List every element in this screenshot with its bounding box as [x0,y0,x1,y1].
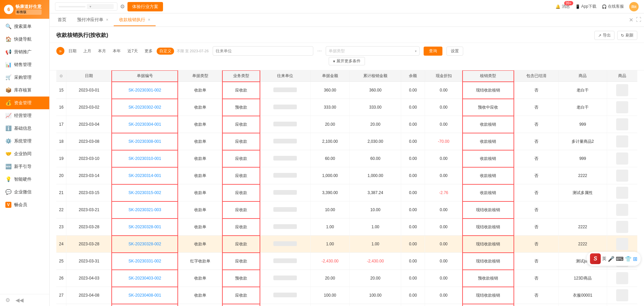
filter-expand-btn[interactable]: » [56,47,64,55]
bill-no-link[interactable]: SK-20230314-001 [128,173,161,178]
float-grid-icon[interactable]: ⊞ [633,256,637,262]
bill-no-link[interactable]: SK-20230310-001 [128,156,161,161]
sidebar-logo: 6 畅康道好生意 标推版 [0,0,49,19]
sidebar-item-purchase[interactable]: 🛒 采购管理 [0,71,49,84]
row-bill-no[interactable]: SK-20230304-001 [112,116,178,133]
wechat-icon: 💬 [5,189,11,195]
row-bill-no[interactable]: SK-20230418-001 [112,304,178,306]
chevron-down-icon: ▾ [333,59,335,64]
collapse-icon[interactable]: ◀◀ [15,297,23,303]
row-biz-type: 应收款 [222,116,260,133]
refresh-btn[interactable]: ↻ 刷新 [617,31,637,40]
close-all-icon[interactable]: ✕ [629,17,633,23]
row-bill-no[interactable]: SK-20230302-002 [112,99,178,116]
row-balance: 0.00 [401,270,425,287]
row-product2 [607,133,637,150]
messages-btn[interactable]: 🔔 消息 99+ [555,4,570,9]
bill-no-link[interactable]: SK-20230328-002 [128,242,161,246]
sidebar-item-shortcut[interactable]: 🏠 快捷导航 [0,33,49,46]
sidebar-item-basic[interactable]: ℹ️ 基础信息 [0,122,49,135]
bill-no-link[interactable]: SK-20230302-002 [128,105,161,110]
app-download-label: App下载 [581,4,596,9]
float-shirt-icon[interactable]: 👕 [625,256,632,262]
row-discount: -70.00 [425,133,463,150]
sidebar-item-operations[interactable]: 📈 经营管理 [0,109,49,122]
sidebar-item-inventory[interactable]: 📦 库存核算 [0,84,49,97]
row-bill-type: 收款单 [178,184,222,201]
col-settings[interactable]: ⚙ [56,70,66,82]
app-download-btn[interactable]: 📱 App下载 [575,4,596,9]
bill-no-link[interactable]: SK-20230321-003 [128,207,161,212]
tab-prepay[interactable]: 预付冲应付单 × [72,14,114,26]
tab-home[interactable]: 首页 [52,14,72,26]
query-btn[interactable]: 查询 [424,47,442,56]
export-btn[interactable]: ↗ 导出 [594,31,614,40]
account-selector[interactable]: ▾ [55,2,117,11]
row-bill-no[interactable]: SK-20230331-002 [112,253,178,270]
row-partner [260,253,310,270]
row-discount: 0.00 [425,236,463,253]
bill-no-link[interactable]: SK-20230304-001 [128,122,161,127]
row-bill-no[interactable]: SK-20230328-001 [112,219,178,236]
bill-no-link[interactable]: SK-20230308-001 [128,139,161,144]
date-7days[interactable]: 近7天 [125,47,141,55]
maximize-icon[interactable]: ⛶ [636,17,641,23]
float-text-icon[interactable]: 英 [602,256,606,262]
row-cancel-type: 收款核销 [463,184,514,201]
bill-no-link[interactable]: SK-20230408-001 [128,293,161,298]
date-last-month[interactable]: 上月 [80,47,94,55]
row-bill-no[interactable]: SK-20230310-001 [112,150,178,167]
row-bill-no[interactable]: SK-20230301-002 [112,82,178,99]
row-amount: 1,000.00 [310,167,350,184]
date-more[interactable]: 更多 [142,47,155,55]
tab-collection[interactable]: 收款核销执行 × [114,14,156,26]
date-this-month[interactable]: 本月 [95,47,109,55]
sidebar-item-search[interactable]: 🔍 搜索菜单 [0,20,49,33]
online-service-btn[interactable]: 🎧 在线客服 [602,4,624,9]
s-logo[interactable]: S [590,253,601,264]
date-this-year[interactable]: 本年 [110,47,123,55]
float-keyboard-icon[interactable]: ⌨ [616,256,624,262]
sidebar-item-enterprise[interactable]: 🤝 企业协同 [0,147,49,160]
row-bill-no[interactable]: SK-20230328-002 [112,236,178,253]
row-amount: 2,100.00 [310,133,350,150]
bill-type-select[interactable]: 单据类型 ▾ [326,46,420,56]
partner-input[interactable] [213,46,313,56]
row-bill-no[interactable]: SK-20230315-002 [112,184,178,201]
sidebar-item-guide[interactable]: 🆕 新手引导 [0,160,49,173]
sidebar-item-member[interactable]: V 畅会员 [0,198,49,211]
row-balance: 0.00 [401,82,425,99]
expand-more-btn[interactable]: ▾ 展开更多条件 [329,57,365,65]
avatar[interactable]: Rit [629,2,639,11]
bill-no-link[interactable]: SK-20230331-002 [128,259,161,263]
row-product: 123D商品 [558,270,607,287]
setting-btn[interactable]: 设置 [446,47,463,56]
date-custom-btn[interactable]: 自定义 [157,48,174,55]
row-amount: 20.00 [310,116,350,133]
sidebar-item-sales[interactable]: 📊 销售管理 [0,58,49,71]
bill-no-link[interactable]: SK-20230301-002 [128,88,161,93]
sidebar-item-system[interactable]: ⚙️ 系统管理 [0,135,49,147]
tab-collection-close[interactable]: × [148,17,150,22]
sidebar-item-marketing[interactable]: 📢 营销推广 [0,46,49,58]
row-bill-no[interactable]: SK-20230408-001 [112,287,178,304]
tab-prepay-close[interactable]: × [106,17,108,22]
row-product [558,201,607,219]
row-bill-no[interactable]: SK-20230314-001 [112,167,178,184]
industry-btn[interactable]: 体验行业方案 [127,2,163,11]
gear-icon[interactable]: ⚙ [120,3,125,10]
row-bill-no[interactable]: SK-20230308-001 [112,133,178,150]
settings-icon[interactable]: ⚙ [5,297,10,303]
bill-no-link[interactable]: SK-20230328-001 [128,225,161,229]
sidebar-item-wechat[interactable]: 💬 企业微信 [0,186,49,198]
sidebar-item-hardware[interactable]: 💡 智能硬件 [0,173,49,186]
row-bill-no[interactable]: SK-20230321-003 [112,201,178,219]
sidebar-item-finance[interactable]: 💰 资金管理 [0,97,49,109]
bill-no-link[interactable]: SK-20230315-002 [128,190,161,195]
float-mic-icon[interactable]: 🎤 [608,256,614,262]
table-row: 25 2023-03-31 SK-20230331-002 红字收款单 应收款 … [56,253,637,270]
row-product2 [607,99,637,116]
row-balance: 0.00 [401,219,425,236]
row-bill-no[interactable]: SK-20230403-002 [112,270,178,287]
bill-no-link[interactable]: SK-20230403-002 [128,276,161,281]
